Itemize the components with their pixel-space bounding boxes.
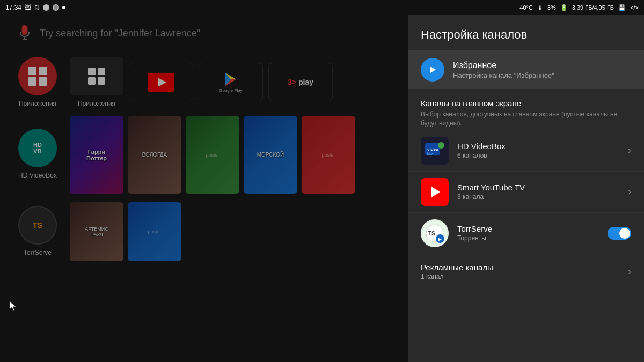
movie-thumb-3[interactable]: poster (186, 116, 239, 194)
channels-section-header: Каналы на главном экране Выбор каналов, … (408, 90, 644, 130)
apps-icon-circle (18, 57, 57, 95)
favorites-item[interactable]: Избранное Настройка канала "Избранное" (408, 50, 644, 89)
status-icon-temp: 🌡 (537, 4, 543, 11)
torrserve-label: TorrServe (24, 249, 52, 256)
left-icons-col: Приложения HDVB HD VideoBox TS TorrServe (11, 57, 70, 261)
torrserve-count: Торренты (457, 234, 599, 242)
favorites-subtitle: Настройка канала "Избранное" (453, 71, 554, 79)
top-apps-row: Приложения (70, 57, 397, 107)
torrserve-logo: TS ▶ (421, 219, 449, 247)
status-icon-battery: 🔋 (560, 4, 568, 11)
status-icon-circle2 (53, 4, 59, 11)
movie-poster-3: poster (186, 116, 239, 194)
status-icon-code: </> (630, 4, 639, 11)
apps-square-box (70, 57, 123, 95)
status-icon-usb: ⇅ (34, 4, 40, 11)
apps-label-2: Приложения (78, 100, 115, 107)
app-icon-hdvideobox[interactable]: HDVB HD VideoBox (11, 129, 64, 179)
torrserve-info: TorrServe Торренты (457, 224, 599, 242)
hdvideobox-info: HD VideoBox 6 каналов (457, 142, 619, 159)
hdvideobox-name: HD VideoBox (457, 142, 619, 151)
sq-a4 (98, 77, 105, 85)
main-content: Приложения HDVB HD VideoBox TS TorrServe (0, 57, 408, 261)
app-icon-torrserve[interactable]: TS TorrServe (11, 206, 64, 256)
movie-thumb-5[interactable]: poster (302, 116, 355, 194)
sq2 (39, 67, 47, 75)
status-icon-circle1 (43, 4, 49, 11)
movie-thumb-7[interactable]: poster (128, 202, 181, 261)
status-battery: 3% (547, 4, 556, 11)
sq-a2 (98, 68, 105, 75)
movie-thumb-4[interactable]: МОРСКОЙ (244, 116, 297, 194)
channel-item-youtube[interactable]: Smart YouTube TV 3 канала › (408, 172, 644, 213)
favorites-title: Избранное (453, 61, 554, 70)
movie-thumb-6[interactable]: АРТЕМИСФАУЛ (70, 202, 123, 261)
mic-icon[interactable] (16, 25, 33, 42)
panel-title: Настройка каналов (408, 15, 644, 50)
youtube-info: Smart YouTube TV 3 канала (457, 183, 619, 201)
app-google-play[interactable]: Google Play (199, 63, 263, 101)
cursor (9, 300, 17, 311)
promo-info: Рекламные каналы 1 канал (421, 263, 619, 280)
channel-item-hdvideobox[interactable]: video box HD VideoBox 6 каналов › (408, 130, 644, 172)
hdvideobox-icon-circle: HDVB (18, 129, 57, 167)
torrserve-icon-circle: TS (18, 206, 57, 245)
svg-marker-9 (430, 67, 436, 73)
left-panel: Try searching for "Jennifer Lawrence" Пр… (0, 15, 408, 362)
status-icon-dot (62, 6, 65, 9)
app-square-apps[interactable]: Приложения (70, 57, 123, 107)
movies-row-1: ГарриПоттер ВОЛОГДА poster МОРСКОЙ (70, 116, 397, 194)
google-play-box: Google Play (199, 63, 263, 101)
right-content-col: Приложения (70, 57, 397, 261)
channel-item-torrserve[interactable]: TS ▶ TorrServe Торренты (408, 213, 644, 254)
movie-poster-2: ВОЛОГДА (128, 116, 181, 194)
sq4 (39, 77, 47, 86)
youtube-count: 3 канала (457, 193, 619, 201)
status-temperature: 40°C (519, 4, 533, 11)
sq-a3 (88, 77, 96, 85)
app-icon-apps[interactable]: Приложения (11, 57, 64, 107)
promo-item[interactable]: Рекламные каналы 1 канал › (408, 254, 644, 289)
apps-label-1: Приложения (19, 100, 56, 107)
status-storage: 3,39 ГБ/4,05 ГБ (572, 4, 614, 11)
svg-text:video: video (427, 147, 438, 152)
movie-poster-7: poster (128, 202, 181, 261)
search-bar[interactable]: Try searching for "Jennifer Lawrence" (0, 15, 408, 51)
app-youtube[interactable] (129, 63, 193, 101)
sq-a1 (88, 68, 96, 75)
hdvideobox-count: 6 каналов (457, 152, 619, 159)
torrserve-toggle[interactable] (608, 227, 631, 240)
svg-point-12 (438, 142, 444, 149)
hdvideobox-label: HD VideoBox (18, 172, 57, 179)
movie-poster-4: МОРСКОЙ (244, 116, 297, 194)
apps-grid-icon (88, 68, 105, 85)
status-bar: 17:34 🖼 ⇅ 40°C 🌡 3% 🔋 3,39 ГБ/4,05 ГБ 💾 … (0, 0, 644, 15)
hdvideobox-logo: video box (421, 137, 449, 165)
youtube-box (129, 63, 193, 101)
app-xplay[interactable]: 3> play (268, 63, 333, 101)
movie-thumb-1[interactable]: ГарриПоттер (70, 116, 123, 194)
movie-poster-5: poster (302, 116, 355, 194)
status-icon-photo: 🖼 (25, 4, 31, 11)
chevron-right-icon-promo: › (628, 266, 631, 277)
movie-thumb-2[interactable]: ВОЛОГДА (128, 116, 181, 194)
right-panel: Настройка каналов Избранное Настройка ка… (408, 15, 644, 362)
search-placeholder: Try searching for "Jennifer Lawrence" (40, 28, 200, 39)
torrserve-name: TorrServe (457, 224, 599, 233)
svg-text:▶: ▶ (438, 237, 442, 242)
status-left: 17:34 🖼 ⇅ (5, 4, 65, 11)
play-circle-icon (421, 58, 444, 82)
status-icon-storage: 💾 (618, 4, 626, 11)
chevron-right-icon-videobox: › (628, 145, 631, 156)
svg-text:box: box (427, 152, 434, 156)
sq3 (28, 77, 36, 86)
chevron-right-icon-youtube: › (628, 186, 631, 197)
svg-text:TS: TS (428, 231, 435, 237)
status-time: 17:34 (5, 4, 21, 11)
svg-rect-0 (22, 25, 27, 35)
grid-icon (28, 67, 47, 86)
sq1 (28, 67, 36, 75)
movie-poster-1: ГарриПоттер (70, 116, 123, 194)
promo-title: Рекламные каналы (421, 263, 619, 272)
favorites-text: Избранное Настройка канала "Избранное" (453, 61, 554, 79)
